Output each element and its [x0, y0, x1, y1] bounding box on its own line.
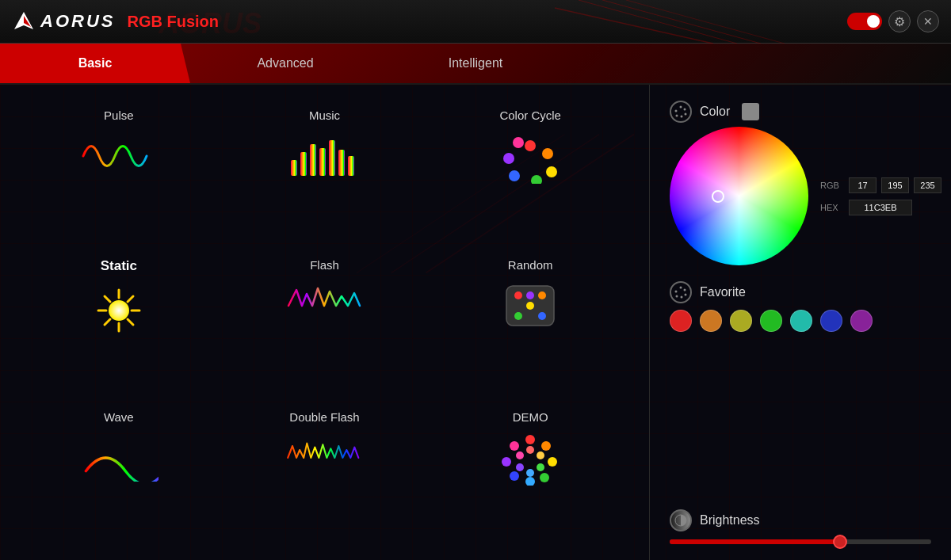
aorus-logo: AORUS	[12, 10, 115, 33]
svg-line-5	[602, 0, 761, 44]
svg-point-65	[675, 291, 678, 293]
tab-bar: Basic Advanced Intelligent	[0, 44, 951, 85]
favorite-section-header: Favorite	[670, 281, 931, 303]
mode-demo[interactable]: DEMO	[435, 402, 625, 544]
power-toggle[interactable]	[847, 13, 882, 30]
mode-music[interactable]: Music	[230, 101, 420, 242]
mode-demo-label: DEMO	[513, 410, 548, 424]
rgb-row: RGB 17 195 235	[820, 177, 941, 193]
fav-color-purple[interactable]	[850, 310, 873, 332]
svg-rect-11	[300, 152, 307, 176]
svg-rect-13	[319, 148, 326, 176]
color-cycle-icon	[491, 128, 570, 184]
svg-point-35	[538, 291, 546, 299]
svg-line-4	[579, 0, 737, 44]
mode-color-cycle[interactable]: Color Cycle	[435, 101, 625, 242]
brightness-fill	[670, 539, 840, 544]
fav-color-red[interactable]	[670, 310, 692, 332]
mode-flash[interactable]: Flash	[230, 250, 420, 394]
svg-point-41	[541, 441, 551, 451]
fav-color-green[interactable]	[760, 310, 782, 332]
b-value[interactable]: 235	[914, 177, 941, 193]
brightness-section: Brightness	[670, 509, 931, 544]
svg-point-47	[510, 441, 519, 451]
brightness-track[interactable]	[670, 539, 931, 544]
mode-random[interactable]: Random	[435, 250, 625, 394]
pulse-icon	[79, 128, 158, 184]
svg-point-53	[516, 451, 524, 459]
svg-point-20	[531, 175, 542, 184]
dots-circle-icon	[674, 105, 687, 118]
svg-rect-15	[338, 150, 345, 176]
brightness-thumb[interactable]	[833, 535, 847, 549]
brightness-header: Brightness	[670, 509, 931, 531]
mode-wave[interactable]: Wave	[24, 402, 214, 544]
svg-point-19	[546, 166, 557, 177]
music-icon	[285, 128, 364, 184]
svg-point-18	[542, 148, 553, 159]
svg-point-52	[516, 463, 524, 471]
mode-static[interactable]: Static	[24, 250, 214, 394]
svg-line-6	[626, 0, 785, 44]
fav-color-teal[interactable]	[790, 310, 812, 332]
svg-point-42	[548, 457, 557, 467]
r-value[interactable]: 17	[849, 177, 877, 193]
color-section-icon	[670, 101, 692, 123]
fav-color-blue[interactable]	[820, 310, 842, 332]
mode-pulse[interactable]: Pulse	[24, 101, 214, 242]
svg-point-23	[513, 137, 524, 148]
svg-rect-16	[348, 156, 354, 176]
svg-point-50	[537, 463, 544, 471]
svg-point-36	[526, 302, 534, 310]
svg-point-34	[514, 291, 522, 299]
favorite-dots-icon	[674, 286, 687, 299]
modes-panel: Pulse Music	[0, 85, 650, 560]
static-icon	[79, 280, 158, 336]
title-controls: ⚙ ✕	[847, 10, 939, 32]
brightness-section-icon	[670, 509, 692, 531]
rgb-values: RGB 17 195 235 HEX 11C3EB	[820, 177, 941, 215]
fav-color-orange[interactable]	[700, 310, 722, 332]
color-cursor	[712, 190, 724, 203]
mode-random-label: Random	[508, 258, 553, 272]
mode-static-label: Static	[101, 258, 137, 274]
color-section-title: Color	[700, 105, 730, 119]
demo-icon	[491, 430, 570, 486]
svg-point-32	[109, 300, 129, 321]
mode-wave-label: Wave	[104, 410, 134, 424]
svg-point-51	[526, 469, 534, 477]
hex-row: HEX 11C3EB	[820, 200, 941, 215]
favorite-section-title: Favorite	[700, 285, 746, 299]
mode-flash-label: Flash	[310, 258, 339, 272]
svg-point-54	[680, 106, 682, 109]
fav-color-yellow-green[interactable]	[730, 310, 752, 332]
settings-button[interactable]: ⚙	[888, 10, 911, 32]
svg-point-17	[525, 140, 536, 151]
color-wheel-container: RGB 17 195 235 HEX 11C3EB	[670, 127, 931, 265]
mode-double-flash[interactable]: Double Flash	[230, 402, 420, 544]
svg-line-29	[128, 319, 133, 325]
svg-line-28	[105, 296, 110, 302]
svg-point-48	[526, 446, 534, 454]
favorite-colors	[670, 310, 931, 332]
flash-icon	[285, 278, 364, 333]
svg-point-21	[509, 170, 520, 181]
svg-point-43	[540, 473, 549, 482]
g-value[interactable]: 195	[881, 177, 909, 193]
mode-color-cycle-label: Color Cycle	[499, 109, 561, 122]
app-title: RGB Fusion	[127, 13, 219, 31]
color-preview-box[interactable]	[742, 103, 759, 120]
tab-intelligent[interactable]: Intelligent	[380, 44, 571, 83]
hex-value[interactable]: 11C3EB	[849, 200, 912, 215]
hex-label: HEX	[820, 203, 844, 212]
color-section: Color RGB 17 195 235 HEX	[670, 101, 931, 265]
svg-point-49	[537, 451, 544, 459]
svg-point-61	[684, 289, 686, 291]
svg-point-45	[510, 471, 519, 481]
color-wheel[interactable]	[670, 127, 808, 265]
tab-basic[interactable]: Basic	[0, 44, 190, 83]
aorus-wing-icon	[12, 10, 36, 33]
tab-advanced[interactable]: Advanced	[190, 44, 380, 83]
close-button[interactable]: ✕	[917, 10, 939, 32]
brightness-section-title: Brightness	[700, 513, 760, 528]
